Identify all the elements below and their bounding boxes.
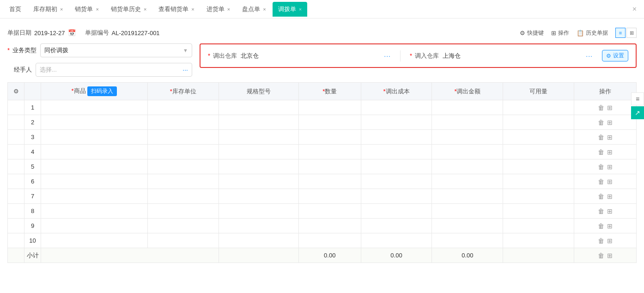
warehouse-in-more[interactable]: ··· <box>586 52 593 60</box>
row-available[interactable] <box>503 174 574 189</box>
shortcut-btn[interactable]: ⚙ 快捷键 <box>520 29 544 37</box>
th-gear[interactable]: ⚙ <box>8 83 24 100</box>
row-unit[interactable] <box>147 159 219 174</box>
row-unit[interactable] <box>147 174 219 189</box>
row-available[interactable] <box>503 115 574 130</box>
row-amount[interactable] <box>432 145 503 159</box>
copy-row-icon[interactable]: ⊞ <box>607 148 613 156</box>
row-amount[interactable] <box>432 130 503 145</box>
row-cost[interactable] <box>361 204 432 219</box>
row-cost[interactable] <box>361 130 432 145</box>
tab-inventory-init[interactable]: 库存期初 × <box>28 2 68 17</box>
row-unit[interactable] <box>147 145 219 159</box>
copy-row-icon[interactable]: ⊞ <box>607 237 613 244</box>
row-spec[interactable] <box>219 115 298 130</box>
row-product[interactable] <box>41 219 148 233</box>
delete-row-icon[interactable]: 🗑 <box>598 208 604 215</box>
business-type-input[interactable]: 同价调拨 ▼ <box>40 43 192 57</box>
row-qty[interactable] <box>298 189 361 204</box>
tab-purchase-order[interactable]: 进货单 × <box>201 2 236 17</box>
tab-transfer[interactable]: 调拨单 × <box>273 2 307 17</box>
copy-row-icon[interactable]: ⊞ <box>607 208 613 215</box>
copy-row-icon[interactable]: ⊞ <box>607 222 613 230</box>
row-available[interactable] <box>503 204 574 219</box>
delete-row-icon[interactable]: 🗑 <box>598 178 604 185</box>
row-amount[interactable] <box>432 233 503 248</box>
row-qty[interactable] <box>298 115 361 130</box>
row-product[interactable] <box>41 130 148 145</box>
row-cost[interactable] <box>361 233 432 248</box>
row-spec[interactable] <box>219 159 298 174</box>
copy-row-icon[interactable]: ⊞ <box>607 163 613 171</box>
row-product[interactable] <box>41 115 148 130</box>
row-qty[interactable] <box>298 100 361 115</box>
row-spec[interactable] <box>219 174 298 189</box>
view-grid-btn[interactable]: ⊞ <box>626 28 637 38</box>
close-tab-stocktake[interactable]: × <box>263 6 266 12</box>
delete-row-icon[interactable]: 🗑 <box>598 148 604 156</box>
close-window-icon[interactable]: × <box>629 3 640 15</box>
row-qty[interactable] <box>298 219 361 233</box>
row-spec[interactable] <box>219 100 298 115</box>
copy-row-icon[interactable]: ⊞ <box>607 119 613 126</box>
warehouse-out-more[interactable]: ··· <box>384 52 391 60</box>
row-unit[interactable] <box>147 115 219 130</box>
row-product[interactable] <box>41 159 148 174</box>
copy-row-icon[interactable]: ⊞ <box>607 178 613 185</box>
row-product[interactable] <box>41 204 148 219</box>
row-qty[interactable] <box>298 233 361 248</box>
row-cost[interactable] <box>361 145 432 159</box>
copy-row-icon[interactable]: ⊞ <box>607 193 613 200</box>
close-tab-purchase-order[interactable]: × <box>227 6 230 12</box>
delete-row-icon[interactable]: 🗑 <box>598 222 604 230</box>
row-amount[interactable] <box>432 100 503 115</box>
row-available[interactable] <box>503 189 574 204</box>
tab-sales-order[interactable]: 销货单 × <box>69 2 104 17</box>
row-qty[interactable] <box>298 159 361 174</box>
delete-row-icon[interactable]: 🗑 <box>598 237 604 244</box>
row-cost[interactable] <box>361 159 432 174</box>
close-tab-transfer[interactable]: × <box>299 6 302 12</box>
row-available[interactable] <box>503 233 574 248</box>
tab-view-sales[interactable]: 查看销货单 × <box>153 2 200 17</box>
row-spec[interactable] <box>219 204 298 219</box>
row-spec[interactable] <box>219 145 298 159</box>
row-amount[interactable] <box>432 219 503 233</box>
close-tab-view-sales[interactable]: × <box>191 6 194 12</box>
row-amount[interactable] <box>432 189 503 204</box>
row-available[interactable] <box>503 145 574 159</box>
row-amount[interactable] <box>432 115 503 130</box>
row-available[interactable] <box>503 219 574 233</box>
subtotal-delete-icon[interactable]: 🗑 <box>598 252 604 259</box>
row-qty[interactable] <box>298 204 361 219</box>
close-tab-inventory-init[interactable]: × <box>60 6 63 12</box>
tab-sales-history[interactable]: 销货单历史 × <box>105 2 152 17</box>
row-product[interactable] <box>41 189 148 204</box>
row-cost[interactable] <box>361 189 432 204</box>
row-cost[interactable] <box>361 174 432 189</box>
settings-btn[interactable]: ⚙ 设置 <box>602 50 628 61</box>
delete-row-icon[interactable]: 🗑 <box>598 119 604 126</box>
row-unit[interactable] <box>147 189 219 204</box>
float-export-btn[interactable]: ↗ <box>631 106 644 119</box>
calendar-icon[interactable]: 📅 <box>68 29 76 37</box>
tab-stocktake[interactable]: 盘点单 × <box>237 2 271 17</box>
copy-row-icon[interactable]: ⊞ <box>607 104 613 111</box>
row-product[interactable] <box>41 145 148 159</box>
view-list-btn[interactable]: ≡ <box>615 28 626 38</box>
row-qty[interactable] <box>298 130 361 145</box>
delete-row-icon[interactable]: 🗑 <box>598 163 604 171</box>
scan-entry-btn[interactable]: 扫码录入 <box>87 86 117 96</box>
row-unit[interactable] <box>147 100 219 115</box>
row-available[interactable] <box>503 159 574 174</box>
row-spec[interactable] <box>219 233 298 248</box>
close-tab-sales-order[interactable]: × <box>96 6 98 12</box>
agent-more-icon[interactable]: ··· <box>182 66 188 73</box>
row-qty[interactable] <box>298 145 361 159</box>
row-spec[interactable] <box>219 130 298 145</box>
row-amount[interactable] <box>432 159 503 174</box>
row-amount[interactable] <box>432 174 503 189</box>
row-cost[interactable] <box>361 219 432 233</box>
row-unit[interactable] <box>147 219 219 233</box>
tab-home[interactable]: 首页 <box>4 2 27 17</box>
